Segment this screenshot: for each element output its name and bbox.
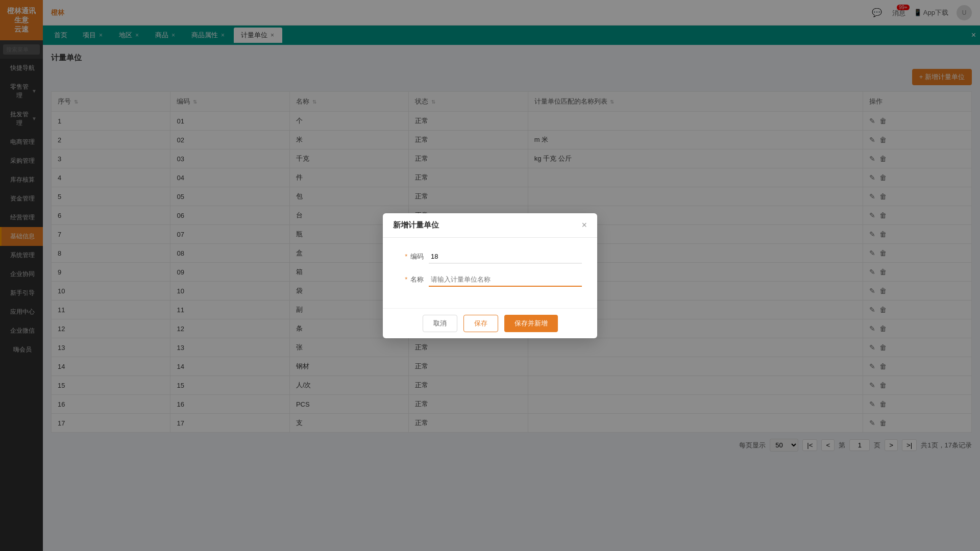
add-unit-modal: 新增计量单位 × * 编码 * 名称 取消 保存 保存并新增 [383,213,597,338]
name-label: * 名称 [398,275,424,284]
code-input[interactable] [429,250,582,264]
code-label: * 编码 [398,252,424,261]
modal-title: 新增计量单位 [393,220,439,230]
cancel-button[interactable]: 取消 [423,315,457,332]
save-button[interactable]: 保存 [463,315,498,332]
modal-body: * 编码 * 名称 [383,238,597,308]
name-input[interactable] [429,273,582,287]
modal-overlay: 新增计量单位 × * 编码 * 名称 取消 保存 保存并新增 [0,0,980,551]
save-and-add-button[interactable]: 保存并新增 [504,315,558,332]
modal-header: 新增计量单位 × [383,213,597,238]
modal-footer: 取消 保存 保存并新增 [383,308,597,338]
name-form-row: * 名称 [398,273,582,287]
code-form-row: * 编码 [398,250,582,264]
modal-close-button[interactable]: × [581,220,587,230]
